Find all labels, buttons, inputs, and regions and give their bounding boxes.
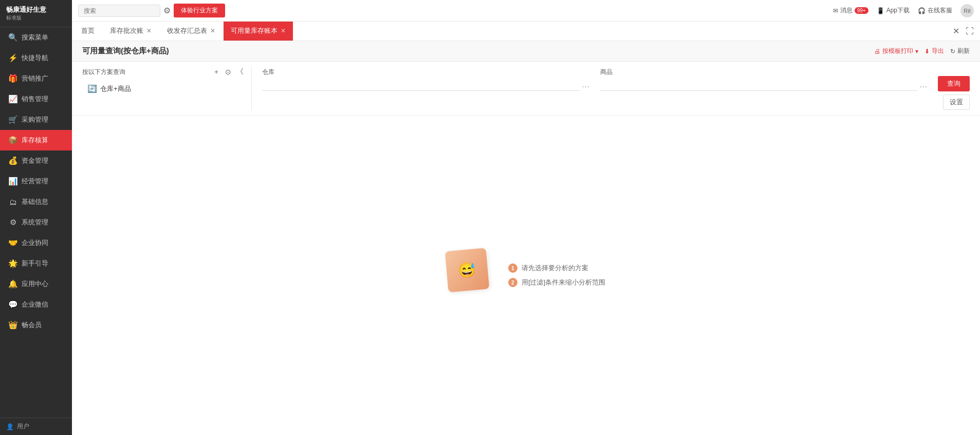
marketing-icon: 🎁 [8, 74, 17, 83]
product-input[interactable] [600, 79, 918, 91]
tab-batch-label: 库存批次账 [110, 26, 143, 35]
gear-icon[interactable]: ⚙ [163, 6, 171, 15]
sidebar-item-sales[interactable]: 📈 销售管理 [0, 89, 72, 109]
inventory-icon: 📦 [8, 136, 17, 145]
sidebar-item-marketing[interactable]: 🎁 营销推广 [0, 68, 72, 89]
sidebar-item-label: 系统管理 [22, 218, 48, 227]
sidebar-item-label: 经营管理 [22, 177, 48, 186]
sidebar-item-enterprise[interactable]: 🤝 企业协同 [0, 233, 72, 253]
tab-expand-btn[interactable]: ⛶ [964, 26, 976, 37]
print-button[interactable]: 🖨 按模板打印 ▾ [874, 47, 918, 55]
sidebar-item-basic[interactable]: 🗂 基础信息 [0, 192, 72, 212]
apps-icon: 🔔 [8, 279, 17, 289]
user-profile[interactable]: Rit [960, 4, 974, 17]
print-icon: 🖨 [874, 48, 880, 55]
page-header-actions: 🖨 按模板打印 ▾ ⬇ 导出 ↻ 刷新 [874, 47, 970, 55]
tabs-right: ✕ ⛶ [947, 22, 980, 41]
tabs-bar: 首页 库存批次账 ✕ 收发存汇总表 ✕ 可用量库存账本 ✕ ✕ ⛶ [72, 22, 980, 41]
collapse-scheme-button[interactable]: 《 [235, 67, 245, 77]
tab-batch-close[interactable]: ✕ [146, 27, 152, 34]
sidebar-item-apps[interactable]: 🔔 应用中心 [0, 274, 72, 294]
footer-user-icon: 👤 [6, 423, 14, 430]
sidebar-item-label: 基础信息 [22, 197, 48, 206]
topbar: ⚙ 体验行业方案 ✉ 消息 99+ 📱 App下载 🎧 在线客服 Rit [72, 0, 980, 22]
sidebar-scroll: 🔍 搜索菜单 ⚡ 快捷导航 🎁 营销推广 📈 销售管理 🛒 采购管理 📦 库存核… [0, 27, 72, 418]
phone-icon: 📱 [877, 7, 884, 14]
tab-home-label: 首页 [81, 26, 95, 35]
empty-box-face: 😅 [457, 261, 477, 279]
topbar-right: ✉ 消息 99+ 📱 App下载 🎧 在线客服 Rit [833, 4, 974, 17]
enterprise-icon: 🤝 [8, 238, 17, 248]
tab-summary-label: 收发存汇总表 [167, 26, 207, 35]
product-more-btn[interactable]: … [919, 80, 928, 89]
sidebar-item-wechat[interactable]: 💬 企业微信 [0, 294, 72, 315]
empty-step1-text: 请先选择要分析的方案 [522, 263, 588, 273]
settings-button[interactable]: 设置 [943, 94, 970, 110]
basic-icon: 🗂 [8, 198, 17, 206]
sidebar-item-member[interactable]: 👑 畅会员 [0, 315, 72, 335]
empty-step-2: 2 用[过滤]条件来缩小分析范围 [508, 278, 605, 287]
main-content: ⚙ 体验行业方案 ✉ 消息 99+ 📱 App下载 🎧 在线客服 Rit [72, 0, 980, 435]
settings-scheme-button[interactable]: ⊙ [224, 67, 233, 77]
system-icon: ⚙ [8, 218, 17, 227]
sidebar-item-label: 营销推广 [22, 74, 48, 83]
tab-available[interactable]: 可用量库存账本 ✕ [224, 22, 293, 41]
sidebar-item-guide[interactable]: 🌟 新手引导 [0, 253, 72, 274]
export-button[interactable]: ⬇ 导出 [924, 47, 944, 55]
app-name: 畅康通好生意 [6, 5, 66, 14]
page-content: 可用量查询(按仓库+商品) 🖨 按模板打印 ▾ ⬇ 导出 ↻ 刷新 [72, 41, 980, 435]
tab-close-btn[interactable]: ✕ [951, 25, 961, 37]
empty-step-1: 1 请先选择要分析的方案 [508, 263, 605, 273]
app-download-button[interactable]: 📱 App下载 [877, 6, 910, 15]
tab-available-label: 可用量库存账本 [231, 26, 278, 35]
sidebar-footer: 👤 用户 [0, 418, 72, 435]
sidebar: 畅康通好生意 标准版 🔍 搜索菜单 ⚡ 快捷导航 🎁 营销推广 📈 销售管理 🛒… [0, 0, 72, 435]
online-service-button[interactable]: 🎧 在线客服 [918, 6, 952, 15]
warehouse-more-btn[interactable]: … [582, 80, 590, 89]
headset-icon: 🎧 [918, 7, 926, 14]
page-title: 可用量查询(按仓库+商品) [82, 46, 169, 56]
scheme-item-warehouse-product[interactable]: 🔄 仓库+商品 [82, 81, 245, 97]
warehouse-label: 仓库 [262, 68, 590, 77]
query-button[interactable]: 查询 [938, 76, 970, 91]
print-dropdown-icon: ▾ [915, 48, 918, 55]
tab-summary-close[interactable]: ✕ [210, 27, 215, 34]
search-icon: 🔍 [8, 33, 17, 42]
filter-scheme-header: 按以下方案查询 ＋ ⊙ 《 [82, 67, 245, 77]
tab-batch[interactable]: 库存批次账 ✕ [103, 22, 159, 41]
sidebar-item-label: 快捷导航 [22, 53, 48, 63]
sales-icon: 📈 [8, 94, 17, 104]
sidebar-item-shortcut[interactable]: ⚡ 快捷导航 [0, 48, 72, 68]
user-name: Rit [964, 8, 970, 14]
warehouse-input[interactable] [262, 79, 580, 91]
refresh-label: 刷新 [957, 47, 970, 55]
message-icon: ✉ [833, 7, 838, 14]
sidebar-item-label: 库存核算 [22, 136, 48, 145]
filter-field-product: 商品 … [600, 68, 928, 91]
product-label: 商品 [600, 68, 928, 77]
sidebar-item-label: 销售管理 [22, 94, 48, 104]
sidebar-item-label: 新手引导 [22, 259, 48, 268]
add-scheme-button[interactable]: ＋ [211, 67, 221, 77]
trial-button[interactable]: 体验行业方案 [174, 4, 225, 17]
sidebar-item-search[interactable]: 🔍 搜索菜单 [0, 27, 72, 48]
tab-available-close[interactable]: ✕ [281, 27, 286, 34]
scheme-item-label: 仓库+商品 [100, 84, 131, 93]
guide-icon: 🌟 [8, 259, 17, 268]
sidebar-item-finance[interactable]: 💰 资金管理 [0, 150, 72, 171]
footer-user-name: 用户 [17, 422, 29, 431]
filter-scheme-icons: ＋ ⊙ 《 [211, 67, 245, 77]
message-button[interactable]: ✉ 消息 99+ [833, 6, 868, 15]
tab-home[interactable]: 首页 [74, 22, 102, 41]
sidebar-item-purchase[interactable]: 🛒 采购管理 [0, 109, 72, 130]
sidebar-item-operation[interactable]: 📊 经营管理 [0, 171, 72, 192]
filter-actions: 查询 设置 [938, 68, 970, 110]
purchase-icon: 🛒 [8, 115, 17, 124]
export-label: 导出 [932, 47, 944, 55]
tab-summary[interactable]: 收发存汇总表 ✕ [160, 22, 223, 41]
refresh-button[interactable]: ↻ 刷新 [950, 47, 970, 55]
sidebar-item-system[interactable]: ⚙ 系统管理 [0, 212, 72, 233]
search-input[interactable] [78, 5, 160, 17]
warehouse-input-row: … [262, 79, 590, 91]
sidebar-item-inventory[interactable]: 📦 库存核算 [0, 130, 72, 150]
